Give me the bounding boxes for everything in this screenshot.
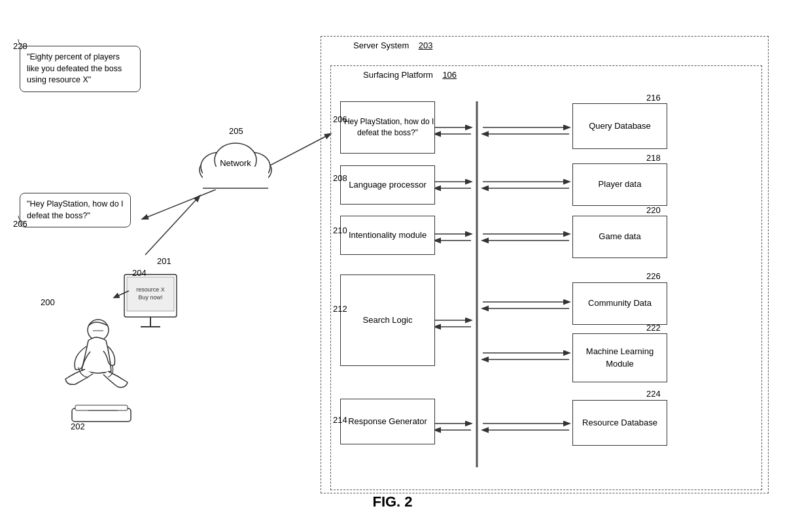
surfacing-platform-label: Surfacing Platform 106 <box>363 70 457 80</box>
response-generator-box: Response Generator <box>340 399 435 444</box>
query-input-box: "Hey PlayStation, how do I defeat the bo… <box>340 101 435 154</box>
svg-rect-31 <box>203 167 268 190</box>
ref-226: 226 <box>646 271 661 281</box>
figure-caption: FIG. 2 <box>353 493 432 510</box>
game-data-box: Game data <box>572 216 667 258</box>
player-data-box: Player data <box>572 163 667 206</box>
svg-rect-43 <box>75 405 128 410</box>
community-data-box: Community Data <box>572 282 667 325</box>
ref-214: 214 <box>333 415 347 425</box>
svg-text:resource X: resource X <box>136 286 165 293</box>
ml-module-box: Machine Learning Module <box>572 333 667 382</box>
query-database-box: Query Database <box>572 103 667 149</box>
ref-206-left: 206 <box>13 219 27 229</box>
svg-text:Buy now!: Buy now! <box>138 294 162 301</box>
ref-210: 210 <box>333 225 347 235</box>
intentionality-box: Intentionality module <box>340 216 435 255</box>
search-logic-box: Search Logic <box>340 274 435 366</box>
network-label: Network <box>193 158 278 168</box>
ref-228: 228 <box>13 41 27 51</box>
network-cloud: Network <box>193 131 278 196</box>
diagram: Server System 203 Surfacing Platform 106… <box>0 0 785 532</box>
ref-208: 208 <box>333 173 347 183</box>
ref-220: 220 <box>646 205 661 215</box>
resource-db-box: Resource Database <box>572 400 667 446</box>
query-speech-bubble: "Hey PlayStation, how do I defeat the bo… <box>20 193 131 227</box>
ref-206-platform: 206 <box>333 114 347 124</box>
ref-204: 204 <box>132 268 147 278</box>
server-system-label: Server System 203 <box>353 41 432 50</box>
ref-200: 200 <box>41 297 55 307</box>
ref-224: 224 <box>646 389 661 399</box>
player-illustration: resource X Buy now! <box>39 255 183 438</box>
response-speech-bubble: "Eighty percent of players like you defe… <box>20 46 141 92</box>
ref-205: 205 <box>229 126 243 136</box>
language-processor-box: Language processor <box>340 165 435 205</box>
ref-218: 218 <box>646 153 661 163</box>
ref-222: 222 <box>646 323 661 333</box>
ref-201: 201 <box>157 256 171 266</box>
ref-216: 216 <box>646 93 661 103</box>
ref-202: 202 <box>71 422 85 431</box>
ref-212: 212 <box>333 304 347 314</box>
svg-line-0 <box>145 196 200 255</box>
